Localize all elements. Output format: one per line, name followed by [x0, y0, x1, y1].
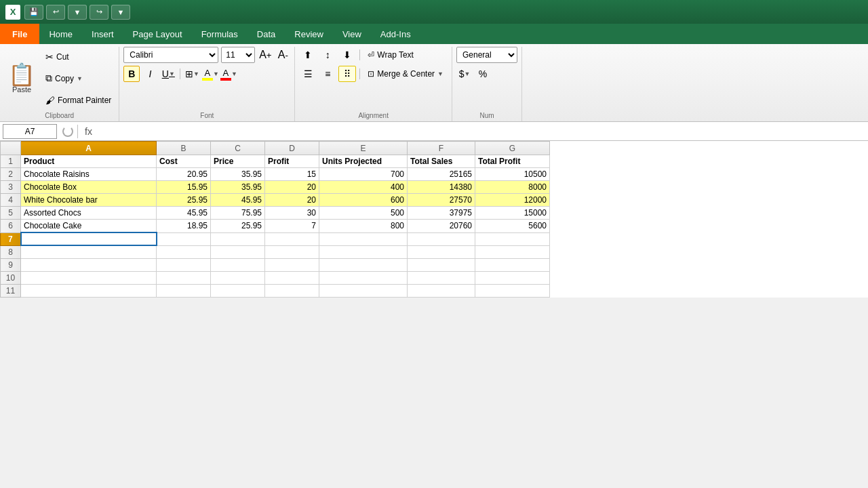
- cell-10-B[interactable]: [157, 271, 211, 284]
- cell-11-C[interactable]: [211, 284, 265, 297]
- cell-6-A[interactable]: Chocolate Cake: [21, 220, 157, 233]
- cell-11-D[interactable]: [265, 284, 319, 297]
- cell-5-F[interactable]: 37975: [408, 207, 475, 220]
- cell-2-C[interactable]: 35.95: [211, 168, 265, 181]
- cell-3-C[interactable]: 35.95: [211, 181, 265, 194]
- cell-7-D[interactable]: [265, 232, 319, 245]
- cell-7-B[interactable]: [157, 232, 211, 245]
- save-button[interactable]: 💾: [24, 5, 43, 20]
- cell-8-G[interactable]: [475, 245, 550, 258]
- cell-6-B[interactable]: 18.95: [157, 220, 211, 233]
- cell-10-A[interactable]: [21, 271, 157, 284]
- menu-insert[interactable]: Insert: [82, 24, 123, 44]
- cell-8-B[interactable]: [157, 245, 211, 258]
- menu-formulas[interactable]: Formulas: [192, 24, 248, 44]
- col-header-d[interactable]: D: [265, 142, 319, 155]
- col-header-c[interactable]: C: [211, 142, 265, 155]
- row-header-2[interactable]: 2: [1, 168, 21, 181]
- col-header-e[interactable]: E: [319, 142, 408, 155]
- row-header-5[interactable]: 5: [1, 207, 21, 220]
- cell-10-G[interactable]: [475, 271, 550, 284]
- cell-11-E[interactable]: [319, 284, 408, 297]
- align-top-button[interactable]: ⬆: [299, 47, 317, 63]
- cell-1-C[interactable]: Price: [211, 155, 265, 168]
- align-center-button[interactable]: ≡: [319, 66, 336, 82]
- row-header-11[interactable]: 11: [1, 284, 21, 297]
- row-header-6[interactable]: 6: [1, 220, 21, 233]
- cell-1-G[interactable]: Total Profit: [475, 155, 550, 168]
- menu-file[interactable]: File: [0, 24, 39, 44]
- cell-8-D[interactable]: [265, 245, 319, 258]
- cell-5-A[interactable]: Assorted Chocs: [21, 207, 157, 220]
- menu-review[interactable]: Review: [285, 24, 333, 44]
- menu-addins[interactable]: Add-Ins: [371, 24, 420, 44]
- wrap-text-button[interactable]: ⏎ Wrap Text: [363, 48, 418, 62]
- font-size-select[interactable]: 11: [221, 47, 255, 63]
- cell-11-A[interactable]: [21, 284, 157, 297]
- row-header-7[interactable]: 7: [1, 232, 21, 245]
- cell-7-E[interactable]: [319, 232, 408, 245]
- row-header-3[interactable]: 3: [1, 181, 21, 194]
- col-header-b[interactable]: B: [157, 142, 211, 155]
- cell-3-D[interactable]: 20: [265, 181, 319, 194]
- menu-view[interactable]: View: [333, 24, 371, 44]
- cell-7-F[interactable]: [408, 232, 475, 245]
- cell-6-E[interactable]: 800: [319, 220, 408, 233]
- undo-button[interactable]: ↩: [46, 5, 65, 20]
- col-header-g[interactable]: G: [475, 142, 550, 155]
- cell-9-C[interactable]: [211, 258, 265, 271]
- italic-button[interactable]: I: [142, 66, 158, 82]
- number-format-select[interactable]: General: [456, 47, 517, 63]
- percent-button[interactable]: %: [475, 66, 491, 82]
- cell-2-D[interactable]: 15: [265, 168, 319, 181]
- undo-dropdown-button[interactable]: ▼: [68, 5, 87, 20]
- name-box[interactable]: [3, 124, 57, 139]
- cell-6-D[interactable]: 7: [265, 220, 319, 233]
- fill-color-button[interactable]: A ▼: [202, 66, 218, 82]
- cell-7-G[interactable]: [475, 232, 550, 245]
- row-header-10[interactable]: 10: [1, 271, 21, 284]
- cell-1-D[interactable]: Profit: [265, 155, 319, 168]
- row-header-1[interactable]: 1: [1, 155, 21, 168]
- align-right-button[interactable]: ⠿: [338, 66, 356, 82]
- cell-2-A[interactable]: Chocolate Raisins: [21, 168, 157, 181]
- cell-10-D[interactable]: [265, 271, 319, 284]
- underline-button[interactable]: U ▼: [160, 66, 176, 82]
- merge-center-button[interactable]: ⊡ Merge & Center ▼: [363, 67, 448, 81]
- cell-2-F[interactable]: 25165: [408, 168, 475, 181]
- cell-4-A[interactable]: White Chocolate bar: [21, 194, 157, 207]
- col-header-f[interactable]: F: [408, 142, 475, 155]
- cell-8-A[interactable]: [21, 245, 157, 258]
- cell-5-C[interactable]: 75.95: [211, 207, 265, 220]
- customize-qat-button[interactable]: ▼: [111, 5, 130, 20]
- cell-3-B[interactable]: 15.95: [157, 181, 211, 194]
- cell-3-A[interactable]: Chocolate Box: [21, 181, 157, 194]
- cell-5-E[interactable]: 500: [319, 207, 408, 220]
- align-left-button[interactable]: ☰: [299, 66, 317, 82]
- cell-1-B[interactable]: Cost: [157, 155, 211, 168]
- cell-10-F[interactable]: [408, 271, 475, 284]
- cell-3-E[interactable]: 400: [319, 181, 408, 194]
- cell-4-E[interactable]: 600: [319, 194, 408, 207]
- cell-8-F[interactable]: [408, 245, 475, 258]
- cell-4-C[interactable]: 45.95: [211, 194, 265, 207]
- cell-9-F[interactable]: [408, 258, 475, 271]
- align-bottom-button[interactable]: ⬇: [338, 47, 356, 63]
- cell-4-D[interactable]: 20: [265, 194, 319, 207]
- cell-11-B[interactable]: [157, 284, 211, 297]
- font-name-select[interactable]: Calibri: [123, 47, 218, 63]
- row-header-8[interactable]: 8: [1, 245, 21, 258]
- menu-home[interactable]: Home: [39, 24, 82, 44]
- cell-9-A[interactable]: [21, 258, 157, 271]
- cell-2-G[interactable]: 10500: [475, 168, 550, 181]
- cell-2-B[interactable]: 20.95: [157, 168, 211, 181]
- cell-4-B[interactable]: 25.95: [157, 194, 211, 207]
- font-color-button[interactable]: A ▼: [220, 66, 237, 82]
- align-middle-button[interactable]: ↕: [319, 47, 336, 63]
- cell-7-A[interactable]: [21, 232, 157, 245]
- cell-9-E[interactable]: [319, 258, 408, 271]
- cell-8-E[interactable]: [319, 245, 408, 258]
- font-shrink-button[interactable]: A-: [275, 47, 290, 62]
- cell-6-G[interactable]: 5600: [475, 220, 550, 233]
- cell-5-D[interactable]: 30: [265, 207, 319, 220]
